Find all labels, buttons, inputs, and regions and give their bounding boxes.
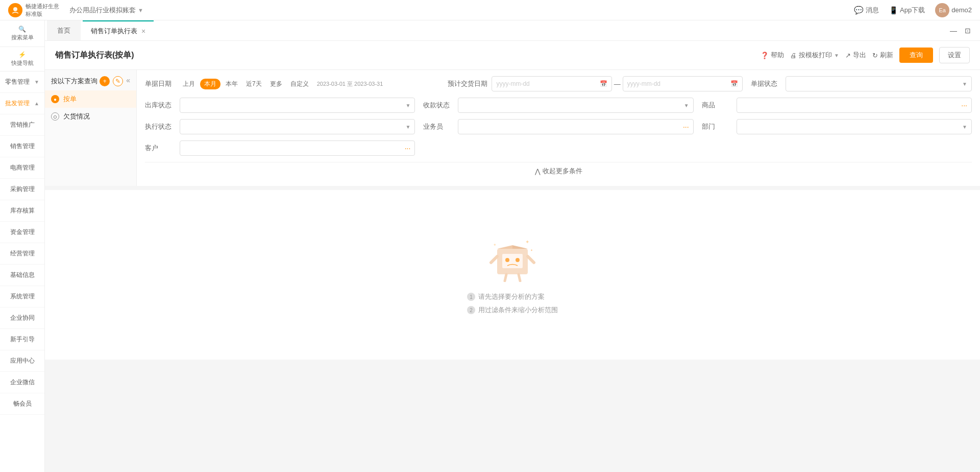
department-label: 部门 [702, 122, 732, 131]
svg-text:✦: ✦ [530, 249, 533, 252]
tip-item-1: 1 请先选择要分析的方案 [467, 292, 558, 301]
empty-state-illustration: ✦ ✦ ✦ [487, 231, 538, 282]
page-title: 销售订单执行表(按单) [55, 50, 134, 61]
sidebar-item-sales[interactable]: 销售管理 [0, 136, 44, 157]
app-download-btn[interactable]: 📱 App下载 [889, 6, 925, 15]
help-btn[interactable]: ❓ 帮助 [761, 51, 784, 60]
svg-text:✦: ✦ [493, 243, 497, 247]
edit-scheme-btn[interactable]: ✎ [113, 76, 123, 86]
sidebar-item-operation[interactable]: 经营管理 [0, 243, 44, 265]
customer-label: 客户 [145, 144, 176, 153]
chevron-down-icon-5: ▼ [962, 124, 967, 130]
message-btn[interactable]: 💬 消息 [854, 6, 879, 15]
collapse-filters-btn[interactable]: ⋀ 收起更多条件 [145, 162, 972, 180]
filter-area: 按以下方案查询 + ✎ « ● 按单 ○ 欠货情况 [45, 70, 980, 186]
collapse-sidebar-btn[interactable]: « [126, 76, 130, 86]
sidebar-item-guide[interactable]: 新手引导 [0, 329, 44, 350]
tab-home[interactable]: 首页 [47, 20, 81, 40]
sidebar-item-inventory[interactable]: 库存核算 [0, 200, 44, 222]
export-btn[interactable]: ↗ 导出 [845, 51, 866, 60]
svg-point-3 [505, 258, 509, 262]
department-select[interactable]: ▼ [737, 119, 972, 134]
refresh-btn[interactable]: ↻ 刷新 [872, 51, 893, 60]
sidebar-item-purchase[interactable]: 采购管理 [0, 179, 44, 200]
page-header: 销售订单执行表(按单) ❓ 帮助 🖨 按模板打印 ▼ ↗ 导出 [45, 41, 980, 70]
goods-more-icon: ··· [961, 101, 967, 109]
exec-status-select[interactable]: ▼ [180, 119, 415, 134]
filter-row-3: 执行状态 ▼ 业务员 ··· [145, 119, 972, 134]
print-btn[interactable]: 🖨 按模板打印 ▼ [790, 51, 839, 60]
sidebar-item-retail[interactable]: 零售管理 ▼ [0, 72, 44, 93]
salesman-label: 业务员 [423, 122, 454, 131]
filter-field-date: 单据日期 上月 本月 本年 近7天 更多 自定义 20 [145, 79, 439, 89]
sidebar-item-wholesale[interactable]: 批发管理 ▲ [0, 93, 44, 114]
goods-select[interactable]: ··· [737, 98, 972, 113]
chevron-down-icon-3: ▼ [684, 103, 689, 108]
out-status-select[interactable]: ▼ [180, 98, 415, 113]
tab-maximize-btn[interactable]: ⊡ [962, 25, 974, 37]
filter-main: 单据日期 上月 本月 本年 近7天 更多 自定义 20 [137, 70, 980, 186]
tip-item-2: 2 用过滤条件来缩小分析范围 [467, 305, 558, 315]
settings-button[interactable]: 设置 [939, 47, 970, 63]
user-area[interactable]: Ea demo2 [935, 3, 972, 17]
date-last-month-btn[interactable]: 上月 [180, 79, 198, 89]
tab-minimize-btn[interactable]: — [947, 25, 960, 37]
sidebar-search[interactable]: 🔍 搜索菜单 [0, 20, 44, 47]
tip-num-1: 1 [467, 293, 475, 301]
filter-field-customer: 客户 ··· [145, 140, 415, 156]
customer-more-icon: ··· [405, 144, 411, 152]
goods-label: 商品 [702, 101, 732, 110]
expected-date-end[interactable]: yyyy-mm-dd 📅 [623, 76, 743, 91]
help-icon: ❓ [761, 52, 769, 59]
sidebar-item-member[interactable]: 畅会员 [0, 393, 44, 415]
out-status-label: 出库状态 [145, 101, 176, 110]
chevron-down-icon: ▼ [962, 81, 967, 87]
scheme-item-shortage[interactable]: ○ 欠货情况 [45, 108, 136, 125]
date-this-month-btn[interactable]: 本月 [200, 79, 220, 89]
filter-sidebar-header: 按以下方案查询 + ✎ « [45, 76, 136, 90]
refresh-icon: ↻ [872, 52, 878, 59]
date-custom-btn[interactable]: 自定义 [287, 79, 312, 89]
date-range-separator: — [614, 80, 621, 88]
top-bar-left: 畅捷通好生意 标准版 办公用品行业模拟账套 ▼ [8, 3, 143, 17]
chevron-icon: ▼ [34, 79, 39, 85]
doc-status-label: 单据状态 [751, 79, 781, 88]
doc-status-select[interactable]: ▼ [786, 76, 972, 91]
svg-line-5 [491, 256, 497, 263]
svg-rect-2 [502, 254, 523, 268]
filter-sidebar-icons: + ✎ « [100, 76, 130, 86]
date-7days-btn[interactable]: 近7天 [243, 79, 265, 89]
sidebar-item-appcenter[interactable]: 应用中心 [0, 350, 44, 372]
date-this-year-btn[interactable]: 本年 [223, 79, 241, 89]
logo-icon [8, 3, 22, 17]
scheme-item-order[interactable]: ● 按单 [45, 90, 136, 108]
customer-select[interactable]: ··· [180, 140, 415, 156]
filter-field-out-status: 出库状态 ▼ [145, 98, 415, 113]
content-area: 首页 销售订单执行表 × — ⊡ 销售订单执行表(按单) ❓ 帮助 [45, 20, 980, 472]
salesman-select[interactable]: ··· [458, 119, 693, 134]
receive-status-select[interactable]: ▼ [458, 98, 693, 113]
chevron-down-icon-2: ▼ [405, 103, 410, 108]
expected-date-label: 预计交货日期 [448, 79, 487, 88]
sidebar-item-wechat[interactable]: 企业微信 [0, 372, 44, 393]
chevron-up-icon: ▲ [34, 101, 39, 106]
tab-close-btn[interactable]: × [141, 27, 145, 35]
date-range-display: 2023-03-01 至 2023-03-31 [317, 80, 383, 88]
tip-num-2: 2 [467, 306, 475, 314]
expected-date-range: yyyy-mm-dd 📅 — yyyy-mm-dd 📅 [492, 76, 742, 91]
tab-active[interactable]: 销售订单执行表 × [83, 20, 154, 40]
sidebar-item-ecommerce[interactable]: 电商管理 [0, 157, 44, 179]
sidebar-item-basic[interactable]: 基础信息 [0, 265, 44, 286]
sidebar-item-cooperation[interactable]: 企业协同 [0, 308, 44, 329]
query-button[interactable]: 查询 [899, 48, 933, 63]
top-bar-right: 💬 消息 📱 App下载 Ea demo2 [854, 3, 972, 17]
filter-field-salesman: 业务员 ··· [423, 119, 693, 134]
expected-date-start[interactable]: yyyy-mm-dd 📅 [492, 76, 611, 91]
sidebar-item-marketing[interactable]: 营销推广 [0, 114, 44, 136]
filter-sidebar: 按以下方案查询 + ✎ « ● 按单 ○ 欠货情况 [45, 70, 137, 186]
add-scheme-btn[interactable]: + [100, 76, 110, 86]
sidebar-item-finance[interactable]: 资金管理 [0, 222, 44, 243]
sidebar-item-system[interactable]: 系统管理 [0, 286, 44, 308]
date-more-btn[interactable]: 更多 [267, 79, 285, 89]
sidebar-quick-nav[interactable]: ⚡ 快捷导航 [0, 47, 44, 72]
